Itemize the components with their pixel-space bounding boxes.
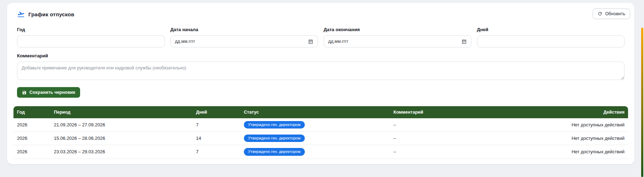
- table-row: 2026 21.09.2026 – 27.09.2026 7 Утвержден…: [13, 118, 628, 132]
- end-date-value: дд.мм.гггг: [328, 39, 348, 44]
- start-date-field-group: Дата начала дд.мм.гггг: [170, 27, 318, 47]
- cell-comment: –: [393, 136, 396, 141]
- refresh-button-label: Обновить: [605, 11, 625, 16]
- status-badge: Утверждено ген. директором: [244, 148, 305, 155]
- flight-land-icon: [17, 10, 25, 18]
- page-title: График отпусков: [28, 11, 74, 17]
- year-field-label: Год: [17, 27, 165, 32]
- save-draft-button[interactable]: Сохранить черновик: [17, 87, 80, 98]
- page-background: { "header": { "title": "График отпусков"…: [0, 0, 644, 177]
- save-draft-button-label: Сохранить черновик: [29, 90, 75, 95]
- save-floppy-icon: [22, 90, 27, 95]
- comment-field-label: Комментарий: [17, 53, 625, 58]
- cell-period: 15.06.2026 – 28.06.2026: [50, 132, 192, 145]
- days-input[interactable]: [477, 35, 625, 47]
- table-row: 2026 23.03.2026 – 29.03.2026 7 Утвержден…: [13, 145, 628, 159]
- comment-textarea[interactable]: [17, 62, 625, 80]
- column-header-days: Дней: [192, 106, 240, 118]
- cell-year: 2026: [13, 118, 50, 132]
- vacation-table: Год Период Дней Статус Комментарий Дейст…: [13, 106, 628, 159]
- end-date-input[interactable]: дд.мм.гггг: [324, 35, 471, 47]
- card-header: График отпусков: [17, 10, 625, 18]
- cell-period: 23.03.2026 – 29.03.2026: [50, 145, 192, 159]
- cell-days: 14: [192, 132, 240, 145]
- calendar-icon[interactable]: [308, 39, 313, 44]
- column-header-year: Год: [13, 106, 50, 118]
- cell-year: 2026: [13, 132, 50, 145]
- status-badge: Утверждено ген. директором: [244, 135, 305, 142]
- year-field-group: Год: [17, 27, 165, 47]
- cell-year: 2026: [13, 145, 50, 159]
- column-header-status: Статус: [240, 106, 390, 118]
- cell-days: 7: [192, 145, 240, 159]
- start-date-input[interactable]: дд.мм.гггг: [170, 35, 318, 47]
- cell-actions: Нет доступных действий: [546, 118, 628, 132]
- column-header-comment: Комментарий: [390, 106, 546, 118]
- start-date-value: дд.мм.гггг: [175, 39, 195, 44]
- refresh-button[interactable]: Обновить: [593, 8, 630, 19]
- status-badge: Утверждено ген. директором: [244, 121, 305, 129]
- refresh-icon: [598, 11, 603, 16]
- form-fields-row: Год Дата начала дд.мм.гггг Дата окончани…: [17, 27, 625, 47]
- cell-period: 21.09.2026 – 27.09.2026: [50, 118, 192, 132]
- cell-comment: –: [393, 122, 396, 127]
- cell-actions: Нет доступных действий: [546, 145, 628, 159]
- end-date-field-group: Дата окончания дд.мм.гггг: [324, 27, 471, 47]
- column-header-period: Период: [50, 106, 192, 118]
- days-field-group: Дней: [477, 27, 625, 47]
- vacation-schedule-card: График отпусков Обновить Год Дата начала…: [7, 3, 634, 164]
- calendar-icon[interactable]: [461, 39, 467, 44]
- year-input[interactable]: [17, 35, 165, 47]
- comment-field-group: Комментарий: [17, 53, 625, 81]
- days-field-label: Дней: [477, 27, 625, 32]
- vacation-table-header: Год Период Дней Статус Комментарий Дейст…: [13, 106, 628, 118]
- column-header-actions: Действия: [546, 106, 628, 118]
- cell-actions: Нет доступных действий: [546, 132, 628, 145]
- cell-comment: –: [393, 149, 396, 154]
- cell-days: 7: [192, 118, 240, 132]
- page-scrollbar[interactable]: [641, 28, 643, 177]
- start-date-field-label: Дата начала: [170, 27, 318, 32]
- end-date-field-label: Дата окончания: [324, 27, 471, 32]
- table-row: 2026 15.06.2026 – 28.06.2026 14 Утвержде…: [13, 132, 628, 145]
